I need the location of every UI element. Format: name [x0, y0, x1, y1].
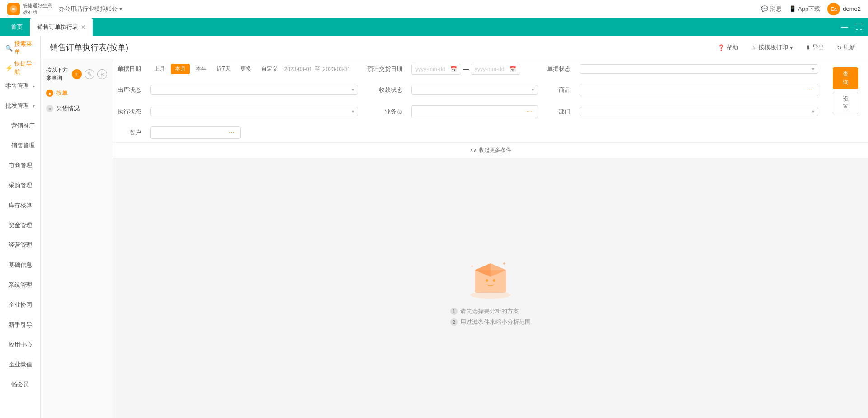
collection-status-select[interactable]: ▾	[411, 85, 538, 95]
dept-select[interactable]: ▾	[580, 107, 818, 116]
sidebar-item-retail[interactable]: 零售管理 ▸	[0, 76, 40, 96]
warehouse-status-label: 出库状态	[118, 86, 141, 93]
panel-item-by-order[interactable]: ● 按单	[41, 86, 113, 101]
date-btn-custom[interactable]: 自定义	[257, 64, 282, 74]
empty-illustration: ✦ ✦	[463, 247, 518, 302]
tab-home[interactable]: 首页	[4, 18, 30, 36]
warehouse-status-select[interactable]: ▾	[150, 85, 358, 95]
username: demo2	[843, 5, 861, 12]
collapse-icon: ∧∧	[470, 147, 477, 153]
sidebar-item-basic-info[interactable]: 基础信息	[0, 255, 40, 275]
date-range-display: 2023-03-01 至 2023-03-31	[284, 65, 351, 73]
salesperson-label: 业务员	[385, 108, 402, 115]
product-label: 商品	[559, 86, 571, 93]
message-action[interactable]: 💬 消息	[761, 5, 782, 13]
refresh-button[interactable]: ↻ 刷新	[833, 42, 859, 53]
date-btn-last-7-days[interactable]: 近7天	[212, 64, 235, 74]
date-btn-this-year[interactable]: 本年	[192, 64, 211, 74]
empty-hints: 1 请先选择要分析的方案 2 用过滤条件来缩小分析范围	[450, 307, 531, 329]
print-button[interactable]: 🖨 按模板打印 ▾	[747, 42, 797, 53]
left-panel: 按以下方案查询 + ✎ « ● 按单 ○ 欠货情况	[41, 59, 113, 418]
sidebar-item-purchase[interactable]: 采购管理	[0, 176, 40, 195]
edit-scheme-button[interactable]: ✎	[85, 69, 94, 79]
sidebar-item-enterprise-wechat[interactable]: 企业微信	[0, 355, 40, 375]
sidebar-item-operations[interactable]: 经营管理	[0, 235, 40, 255]
date-btn-last-month[interactable]: 上月	[150, 64, 169, 74]
add-scheme-button[interactable]: +	[72, 69, 82, 79]
customer-select[interactable]: ···	[150, 126, 241, 139]
salesperson-select[interactable]: ···	[411, 105, 538, 118]
filter-row-2: 出库状态 ▾ 收款状态	[113, 79, 868, 101]
help-button[interactable]: ❓ 帮助	[714, 42, 742, 53]
order-status-label: 单据状态	[547, 66, 571, 72]
tab-sales-order-exec[interactable]: 销售订单执行表 ✕	[30, 18, 93, 36]
download-action[interactable]: 📱 App下载	[789, 5, 820, 13]
sidebar-item-member[interactable]: 畅会员	[0, 375, 40, 394]
content-wrapper: 按以下方案查询 + ✎ « ● 按单 ○ 欠货情况	[41, 59, 868, 418]
sidebar-item-inventory[interactable]: 库存核算	[0, 195, 40, 215]
filter-row-3: 执行状态 ▾ 业务员	[113, 101, 868, 123]
chevron-down-icon: ▾	[812, 66, 814, 71]
collapse-panel-button[interactable]: «	[97, 69, 107, 79]
calendar-icon: 📅	[509, 66, 516, 72]
more-icon: ···	[805, 86, 814, 94]
user-section[interactable]: Ea demo2	[827, 3, 861, 15]
sidebar-item-enterprise-collab[interactable]: 企业协同	[0, 295, 40, 315]
product-select[interactable]: ···	[580, 84, 818, 96]
filter-row-4: 客户 ···	[113, 123, 868, 142]
svg-point-8	[486, 279, 488, 282]
sidebar-item-newbie[interactable]: 新手引导	[0, 315, 40, 335]
logo: 畅捷通好生意 标准版	[7, 2, 52, 15]
exec-status-label: 执行状态	[118, 108, 141, 115]
svg-text:✦: ✦	[470, 264, 474, 269]
topbar: 畅捷通好生意 标准版 办公用品行业模拟账套 ▾ 💬 消息 📱 App下载 Ea …	[0, 0, 868, 18]
export-button[interactable]: ⬇ 导出	[802, 42, 828, 53]
empty-hint-1: 1 请先选择要分析的方案	[450, 307, 531, 315]
logo-icon	[7, 3, 20, 15]
page-actions: ❓ 帮助 🖨 按模板打印 ▾ ⬇ 导出 ↻ 刷新	[714, 42, 859, 53]
svg-text:✦: ✦	[502, 261, 506, 267]
sidebar-item-app-center[interactable]: 应用中心	[0, 335, 40, 355]
order-status-select[interactable]: ▾	[580, 64, 818, 74]
query-button[interactable]: 查询	[833, 67, 858, 89]
panel-item-backorder[interactable]: ○ 欠货情况	[41, 101, 113, 116]
sidebar-search[interactable]: 🔍 搜索菜单	[0, 36, 40, 60]
collapse-bar[interactable]: ∧∧ 收起更多条件	[113, 142, 868, 158]
maximize-icon[interactable]: ⛶	[854, 21, 864, 33]
sidebar-item-system[interactable]: 系统管理	[0, 275, 40, 295]
settings-button[interactable]: 设置	[833, 92, 858, 114]
expected-date-end-input[interactable]: yyyy-mm-dd 📅	[471, 64, 520, 75]
search-icon: 🔍	[5, 45, 13, 52]
export-icon: ⬇	[806, 44, 811, 51]
sidebar-item-ecommerce[interactable]: 电商管理	[0, 156, 40, 176]
left-panel-actions: + ✎ «	[72, 69, 107, 79]
empty-state: ✦ ✦ 1	[450, 247, 531, 329]
tab-close-icon[interactable]: ✕	[81, 24, 85, 30]
sidebar-item-sales-mgmt[interactable]: 销售管理	[0, 136, 40, 156]
exec-status-select[interactable]: ▾	[150, 107, 358, 116]
calendar-icon: 📅	[450, 66, 457, 72]
sidebar-quick-nav[interactable]: ⚡ 快捷导航	[0, 60, 40, 76]
chevron-down-icon: ▾	[532, 87, 534, 92]
chevron-down-icon: ▾	[352, 87, 354, 92]
sidebar-item-wholesale[interactable]: 批发管理 ▾	[0, 96, 40, 116]
date-btn-this-month[interactable]: 本月	[171, 64, 190, 74]
filter-container: 单据日期 上月 本月 本年 近7天 更多	[113, 59, 868, 158]
avatar: Ea	[827, 3, 840, 15]
dept-label: 部门	[559, 108, 571, 115]
chevron-down-icon: ▾	[812, 109, 814, 114]
chevron-down-icon: ▾	[33, 104, 35, 109]
filter-table: 单据日期 上月 本月 本年 近7天 更多	[113, 59, 868, 142]
main-content: ✦ ✦ 1	[113, 158, 868, 418]
date-btn-more[interactable]: 更多	[236, 64, 255, 74]
expected-date-start-input[interactable]: yyyy-mm-dd 📅	[411, 64, 461, 75]
minimize-icon[interactable]: —	[839, 21, 850, 33]
sidebar-item-finance[interactable]: 资金管理	[0, 215, 40, 235]
topbar-right: 💬 消息 📱 App下载 Ea demo2	[761, 3, 861, 15]
date-field-label: 单据日期	[118, 66, 141, 72]
app-selector[interactable]: 办公用品行业模拟账套 ▾	[56, 4, 125, 14]
main-layout: 🔍 搜索菜单 ⚡ 快捷导航 零售管理 ▸ 批发管理 ▾ 营销推广 销售管理 电商…	[0, 36, 868, 418]
refresh-icon: ↻	[837, 44, 842, 51]
message-icon: 💬	[761, 5, 768, 12]
sidebar-item-marketing[interactable]: 营销推广	[0, 116, 40, 136]
